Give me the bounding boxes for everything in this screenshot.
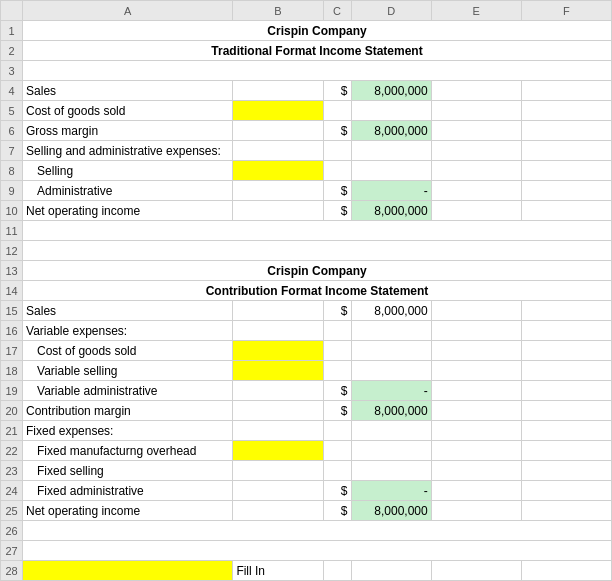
cell	[431, 161, 521, 181]
cell	[351, 441, 431, 461]
cell	[233, 101, 323, 121]
header-col-f: F	[521, 1, 611, 21]
cell	[521, 81, 611, 101]
cell	[233, 361, 323, 381]
cell	[431, 561, 521, 581]
cell	[521, 121, 611, 141]
row-number: 24	[1, 481, 23, 501]
cell	[431, 81, 521, 101]
row-number: 5	[1, 101, 23, 121]
row-number: 11	[1, 221, 23, 241]
cell	[351, 561, 431, 581]
cell	[233, 421, 323, 441]
cell: 8,000,000	[351, 501, 431, 521]
row-number: 19	[1, 381, 23, 401]
row-number: 2	[1, 41, 23, 61]
cell: Gross margin	[23, 121, 233, 141]
cell	[323, 561, 351, 581]
cell	[23, 241, 612, 261]
table-row: 16Variable expenses:	[1, 321, 612, 341]
cell	[521, 101, 611, 121]
cell	[351, 341, 431, 361]
row-number: 20	[1, 401, 23, 421]
header-col-a: A	[23, 1, 233, 21]
table-row: 22 Fixed manufacturng overhead	[1, 441, 612, 461]
row-number: 8	[1, 161, 23, 181]
row-number: 17	[1, 341, 23, 361]
cell: Contribution Format Income Statement	[23, 281, 612, 301]
header-col-d: D	[351, 1, 431, 21]
cell: Net operating income	[23, 201, 233, 221]
row-number: 16	[1, 321, 23, 341]
cell	[521, 381, 611, 401]
cell: Cost of goods sold	[23, 101, 233, 121]
row-number: 1	[1, 21, 23, 41]
cell: Sales	[23, 81, 233, 101]
table-row: 21Fixed expenses:	[1, 421, 612, 441]
cell	[233, 381, 323, 401]
cell	[23, 561, 233, 581]
cell	[521, 501, 611, 521]
cell	[233, 121, 323, 141]
cell	[233, 481, 323, 501]
row-number: 3	[1, 61, 23, 81]
cell	[521, 341, 611, 361]
table-row: 3	[1, 61, 612, 81]
cell: Variable expenses:	[23, 321, 233, 341]
table-row: 11	[1, 221, 612, 241]
row-number: 27	[1, 541, 23, 561]
cell	[233, 441, 323, 461]
cell: Fixed expenses:	[23, 421, 233, 441]
cell	[233, 161, 323, 181]
table-row: 9 Administrative$-	[1, 181, 612, 201]
header-col-c: C	[323, 1, 351, 21]
cell	[521, 301, 611, 321]
cell: $	[323, 201, 351, 221]
cell: Fixed administrative	[23, 481, 233, 501]
cell	[431, 121, 521, 141]
cell	[323, 361, 351, 381]
cell	[233, 321, 323, 341]
cell: Fixed selling	[23, 461, 233, 481]
cell	[351, 361, 431, 381]
row-number: 25	[1, 501, 23, 521]
cell	[323, 321, 351, 341]
table-row: 24 Fixed administrative$-	[1, 481, 612, 501]
header-col-e: E	[431, 1, 521, 21]
row-number: 15	[1, 301, 23, 321]
cell: Sales	[23, 301, 233, 321]
table-row: 6Gross margin$8,000,000	[1, 121, 612, 141]
cell	[521, 481, 611, 501]
cell	[233, 81, 323, 101]
cell: 8,000,000	[351, 401, 431, 421]
header-row-num	[1, 1, 23, 21]
cell	[323, 441, 351, 461]
cell	[323, 101, 351, 121]
cell	[233, 181, 323, 201]
cell	[351, 461, 431, 481]
cell: $	[323, 401, 351, 421]
cell	[431, 341, 521, 361]
cell	[521, 561, 611, 581]
table-row: 12	[1, 241, 612, 261]
cell	[431, 501, 521, 521]
table-row: 23 Fixed selling	[1, 461, 612, 481]
cell: -	[351, 481, 431, 501]
cell	[323, 461, 351, 481]
table-row: 20Contribution margin$8,000,000	[1, 401, 612, 421]
cell	[521, 161, 611, 181]
cell	[431, 101, 521, 121]
row-number: 26	[1, 521, 23, 541]
row-number: 10	[1, 201, 23, 221]
cell	[521, 401, 611, 421]
cell	[23, 61, 612, 81]
table-row: 5Cost of goods sold	[1, 101, 612, 121]
cell	[233, 501, 323, 521]
table-row: 8 Selling	[1, 161, 612, 181]
cell	[23, 521, 612, 541]
table-row: 17 Cost of goods sold	[1, 341, 612, 361]
cell	[233, 141, 323, 161]
cell: $	[323, 301, 351, 321]
cell	[351, 161, 431, 181]
row-number: 13	[1, 261, 23, 281]
